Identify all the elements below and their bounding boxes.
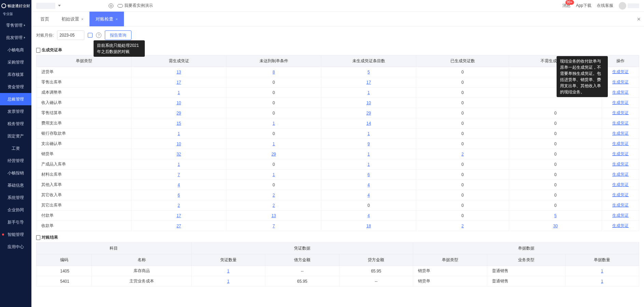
value-link[interactable]: 5 bbox=[367, 70, 370, 75]
sidebar-item-系统管理[interactable]: 系统管理 bbox=[0, 191, 31, 204]
generate-voucher-link[interactable]: 生成凭证 bbox=[612, 80, 629, 84]
generate-voucher-link[interactable]: 生成凭证 bbox=[612, 172, 629, 177]
value-link[interactable]: 4 bbox=[367, 183, 370, 187]
value-link[interactable]: 10 bbox=[366, 101, 371, 105]
sidebar-item-总账管理[interactable]: 总账管理 bbox=[0, 93, 31, 105]
sidebar-item-工资[interactable]: 工资 bbox=[0, 142, 31, 155]
generate-voucher-link[interactable]: 生成凭证 bbox=[612, 131, 629, 136]
value-link[interactable]: 1 bbox=[227, 269, 229, 273]
tab-对账检查[interactable]: 对账检查× bbox=[89, 12, 124, 26]
value-link[interactable]: 5 bbox=[554, 213, 557, 218]
value-link[interactable]: 2 bbox=[461, 224, 464, 228]
app-download-button[interactable]: App下载 bbox=[576, 3, 591, 9]
tab-首页[interactable]: 首页 bbox=[34, 12, 55, 26]
value-link[interactable]: 29 bbox=[271, 152, 276, 157]
value-link[interactable]: 1 bbox=[178, 90, 180, 95]
value-link[interactable]: 2 bbox=[272, 203, 275, 208]
value-link[interactable]: 4 bbox=[178, 183, 180, 187]
value-link[interactable]: 4 bbox=[367, 213, 370, 218]
sidebar-item-库存核算[interactable]: 库存核算 bbox=[0, 68, 31, 81]
value-link[interactable]: 14 bbox=[366, 121, 371, 126]
value-link[interactable]: 7 bbox=[178, 172, 180, 177]
sidebar-item-企业协同[interactable]: 企业协同 bbox=[0, 204, 31, 216]
month-input[interactable]: 2023-05 bbox=[57, 30, 84, 40]
help-icon[interactable]: ? bbox=[96, 32, 101, 38]
sidebar-item-应用中心[interactable]: 应用中心 bbox=[0, 241, 31, 253]
value-link[interactable]: 15 bbox=[177, 121, 181, 126]
value-link[interactable]: 27 bbox=[177, 224, 181, 228]
sidebar-item-税务管理[interactable]: 税务管理 bbox=[0, 118, 31, 130]
generate-voucher-link[interactable]: 生成凭证 bbox=[612, 162, 629, 166]
value-link[interactable]: 29 bbox=[366, 111, 371, 116]
user-menu[interactable] bbox=[619, 2, 639, 10]
sidebar-item-智能管理[interactable]: 智能管理 bbox=[0, 228, 31, 241]
value-link[interactable]: 1 bbox=[272, 172, 275, 177]
sidebar-item-采购管理[interactable]: 采购管理 bbox=[0, 56, 31, 68]
value-link[interactable]: 30 bbox=[553, 224, 558, 228]
generate-voucher-link[interactable]: 生成凭证 bbox=[612, 223, 629, 228]
value-link[interactable]: 6 bbox=[178, 193, 180, 198]
sidebar-item-小畅电商[interactable]: 小畅电商 bbox=[0, 44, 31, 56]
calendar-icon[interactable] bbox=[88, 33, 93, 38]
value-link[interactable]: 4 bbox=[367, 193, 370, 198]
value-link[interactable]: 6 bbox=[367, 172, 370, 177]
online-service-button[interactable]: 在线客服 bbox=[597, 3, 613, 9]
value-link[interactable]: 1 bbox=[227, 279, 229, 284]
sidebar-item-新手引导[interactable]: 新手引导 bbox=[0, 216, 31, 228]
sidebar-item-发票管理[interactable]: 发票管理 bbox=[0, 105, 31, 118]
generate-voucher-link[interactable]: 生成凭证 bbox=[612, 151, 629, 156]
generate-voucher-link[interactable]: 生成凭证 bbox=[612, 141, 629, 146]
value-link[interactable]: 1 bbox=[178, 162, 180, 167]
value-link[interactable]: 17 bbox=[177, 213, 181, 218]
value-link[interactable]: 1 bbox=[601, 269, 603, 273]
value-link[interactable]: 18 bbox=[366, 224, 371, 228]
sidebar-item-小畅报销[interactable]: 小畅报销 bbox=[0, 167, 31, 179]
sidebar-item-资金管理[interactable]: 资金管理 bbox=[0, 81, 31, 93]
gear-icon[interactable] bbox=[109, 3, 113, 8]
generate-voucher-link[interactable]: 生成凭证 bbox=[612, 69, 629, 74]
value-link[interactable]: 13 bbox=[271, 213, 276, 218]
value-link[interactable]: 7 bbox=[272, 224, 275, 228]
sidebar-item-基础信息[interactable]: 基础信息 bbox=[0, 179, 31, 191]
value-link[interactable]: 1 bbox=[178, 131, 180, 136]
demo-link[interactable]: 我要看实例演示 bbox=[117, 3, 153, 9]
value-link[interactable]: 10 bbox=[177, 101, 181, 105]
value-link[interactable]: 2 bbox=[461, 152, 464, 157]
value-link[interactable]: 17 bbox=[366, 80, 371, 85]
sidebar-item-批发管理[interactable]: 批发管理 bbox=[0, 31, 31, 44]
report-query-button[interactable]: 报告查询 bbox=[105, 30, 131, 40]
value-link[interactable]: 13 bbox=[177, 70, 181, 75]
value-link[interactable]: 1 bbox=[272, 142, 275, 146]
generate-voucher-link[interactable]: 生成凭证 bbox=[612, 121, 629, 125]
value-link[interactable]: 17 bbox=[177, 80, 181, 85]
sidebar-item-零售管理[interactable]: 零售管理 bbox=[0, 19, 31, 31]
value-link[interactable]: 2 bbox=[178, 203, 180, 208]
value-link[interactable]: 10 bbox=[177, 142, 181, 146]
value-link[interactable]: 9 bbox=[367, 142, 370, 146]
close-icon[interactable]: × bbox=[115, 17, 117, 21]
tab-初始设置[interactable]: 初始设置× bbox=[55, 12, 89, 26]
generate-voucher-link[interactable]: 生成凭证 bbox=[612, 213, 629, 218]
generate-voucher-link[interactable]: 生成凭证 bbox=[612, 182, 629, 187]
value-link[interactable]: 1 bbox=[272, 121, 275, 126]
value-link[interactable]: 8 bbox=[272, 70, 275, 75]
value-link[interactable]: 1 bbox=[367, 90, 370, 95]
close-icon[interactable]: × bbox=[81, 17, 83, 21]
org-selector[interactable] bbox=[36, 3, 104, 9]
generate-voucher-link[interactable]: 生成凭证 bbox=[612, 100, 629, 105]
sidebar-item-固定资产[interactable]: 固定资产 bbox=[0, 130, 31, 142]
messages-button[interactable]: 消息 99+ bbox=[562, 3, 571, 9]
value-link[interactable]: 29 bbox=[177, 111, 181, 116]
sidebar-item-经营管理[interactable]: 经营管理 bbox=[0, 155, 31, 167]
value-link[interactable]: 1 bbox=[367, 152, 370, 157]
generate-voucher-link[interactable]: 生成凭证 bbox=[612, 203, 629, 208]
generate-voucher-link[interactable]: 生成凭证 bbox=[612, 90, 629, 95]
value-link[interactable]: 2 bbox=[272, 193, 275, 198]
value-link[interactable]: 32 bbox=[177, 152, 181, 157]
generate-voucher-link[interactable]: 生成凭证 bbox=[612, 110, 629, 115]
value-link[interactable]: 1 bbox=[367, 131, 370, 136]
value-link[interactable]: 1 bbox=[601, 279, 603, 284]
value-link[interactable]: 1 bbox=[367, 162, 370, 167]
close-all-tabs-button[interactable]: × bbox=[637, 15, 641, 23]
generate-voucher-link[interactable]: 生成凭证 bbox=[612, 192, 629, 197]
